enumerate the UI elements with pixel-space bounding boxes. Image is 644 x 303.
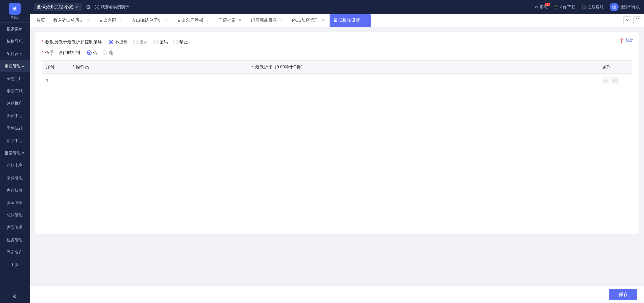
online-service-button[interactable]: 🎧 在线客服 [581, 4, 604, 10]
sidebar-item-salary[interactable]: 工资 [0, 259, 30, 271]
expand-tab-button[interactable]: ⛶ [633, 16, 641, 24]
edit-icon[interactable]: ✏ [602, 77, 609, 84]
tab-store-goods[interactable]: 门店商品目录× [247, 14, 288, 27]
sidebar: 畅 专业版 搜索菜单快捷导航项目合同零售管理▲智慧门店零售商城营销推广会员中心零… [0, 0, 30, 303]
help-icon: ❓ [619, 38, 624, 43]
radio-label: 提示 [139, 39, 148, 45]
project-name: 测试分开完程-小览 [37, 4, 73, 10]
tab-payment-board[interactable]: 支出合同看板× [173, 14, 214, 27]
sidebar-item-label: 会员中心 [7, 113, 23, 118]
sidebar-item-member[interactable]: 会员中心 [0, 110, 30, 122]
sidebar-item-label: 采购管理 [7, 175, 23, 180]
sidebar-item-assets[interactable]: 固定资产 [0, 246, 30, 259]
sidebar-item-help[interactable]: 帮助中心 [0, 135, 30, 147]
manual-control-options: 否 是 [87, 50, 113, 56]
radio-label: 不控制 [115, 39, 128, 45]
page-content: ❓ 帮助 * 收银员低于最低折扣控制策略 不控制 提示 密码 禁止 [30, 27, 644, 286]
tab-min-discount[interactable]: 最低折扣设置× [330, 14, 371, 27]
sidebar-item-purchase[interactable]: 采购管理 [0, 172, 30, 184]
arrow-icon: ▼ [21, 151, 25, 155]
tab-home[interactable]: 首页 [32, 14, 49, 27]
radio-label: 否 [93, 50, 97, 56]
app-logo-icon: 畅 [9, 3, 21, 15]
radio-label: 禁止 [179, 39, 188, 45]
sidebar-item-wholesale[interactable]: 批发管理▼ [0, 147, 30, 159]
tab-label: 门店商品目录 [251, 17, 277, 23]
tab-pos-password[interactable]: POS加密管理× [288, 14, 330, 27]
page-card: ❓ 帮助 * 收银员低于最低折扣控制策略 不控制 提示 密码 禁止 [35, 32, 639, 234]
sidebar-item-inventory[interactable]: 库存核算 [0, 184, 30, 197]
sidebar-item-finance[interactable]: 资金管理 [0, 197, 30, 209]
tab-payment-history[interactable]: 支出确认单历史× [127, 14, 173, 27]
tab-store-file[interactable]: 门店档案× [214, 14, 247, 27]
topbar-demo-link[interactable]: ○ 我要看实例演示 [95, 4, 129, 10]
tab-label: 最低折扣设置 [334, 17, 360, 23]
tab-close-icon[interactable]: × [118, 18, 123, 23]
tab-close-icon[interactable]: × [86, 18, 91, 23]
sidebar-item-search[interactable]: 搜索菜单 [0, 23, 30, 35]
sidebar-item-tax[interactable]: 税务管理 [0, 234, 30, 246]
sidebar-item-label: 固定资产 [7, 250, 23, 255]
sidebar-item-label: 税务管理 [7, 238, 23, 242]
sidebar-item-smart-store[interactable]: 智慧门店 [0, 72, 30, 85]
radio-manual-yes[interactable]: 是 [103, 50, 113, 56]
tab-close-icon[interactable]: × [164, 18, 169, 23]
radio-no-control[interactable]: 不控制 [109, 39, 128, 45]
cell-discount [248, 78, 598, 83]
tab-label: 门店档案 [218, 17, 236, 23]
tab-income-history[interactable]: 收入确认单历史× [49, 14, 95, 27]
radio-forbid[interactable]: 禁止 [173, 39, 188, 45]
radio-label: 密码 [159, 39, 168, 45]
sidebar-item-shortcut[interactable]: 快捷导航 [0, 35, 30, 48]
radio-manual-no[interactable]: 否 [87, 50, 97, 56]
cell-seq: 1 [42, 75, 69, 86]
sidebar-item-label: 帮助中心 [7, 138, 23, 143]
sidebar-item-project[interactable]: 项目合同 [0, 48, 30, 60]
col-discount-header: * 最低折扣（9.00等于9折） [248, 61, 598, 73]
sidebar-item-marketing[interactable]: 营销推广 [0, 97, 30, 110]
sidebar-item-label: 小畅电商 [7, 163, 23, 168]
sidebar-item-label: 快捷导航 [7, 39, 23, 44]
close-tab-button[interactable]: ✕ [623, 16, 631, 24]
tab-close-icon[interactable]: × [238, 18, 243, 23]
tab-label: 支出合同看板 [177, 17, 203, 23]
tab-close-icon[interactable]: × [279, 18, 284, 23]
user-avatar: 徐 [610, 3, 619, 11]
project-selector[interactable]: 测试分开完程-小览 ▼ [34, 3, 82, 11]
help-button[interactable]: ❓ 帮助 [619, 38, 633, 43]
topbar: 测试分开完程-小览 ▼ ⚙ ○ 我要看实例演示 ✉ 消息 8 📱 App下载 🎧… [30, 0, 644, 14]
tab-close-icon[interactable]: × [321, 18, 325, 23]
control-policy-row: * 收银员低于最低折扣控制策略 不控制 提示 密码 禁止 [42, 39, 632, 45]
sidebar-settings-button[interactable]: ⚙ [0, 290, 30, 303]
sidebar-item-retail[interactable]: 零售管理▲ [0, 60, 30, 72]
user-menu[interactable]: 徐 徐泽华修改 [610, 3, 640, 11]
sidebar-item-retail-stat[interactable]: 零售统计 [0, 122, 30, 135]
tab-label: 收入确认单历史 [53, 17, 84, 23]
radio-circle [133, 40, 138, 44]
col-operator-header: * 操作员 [69, 61, 248, 73]
sidebar-item-ledger[interactable]: 总账管理 [0, 209, 30, 221]
radio-password[interactable]: 密码 [153, 39, 168, 45]
tab-close-icon[interactable]: × [362, 18, 367, 23]
topbar-settings-icon[interactable]: ⚙ [86, 4, 91, 10]
help-label: 帮助 [625, 38, 633, 43]
tab-payment-contract[interactable]: 支出合同× [95, 14, 127, 27]
message-icon: ✉ [535, 5, 538, 9]
save-button[interactable]: 保存 [609, 289, 637, 300]
col-seq-header: 序号 [42, 61, 69, 73]
tab-close-icon[interactable]: × [205, 18, 210, 23]
app-download-icon: 📱 [554, 5, 559, 9]
control-policy-options: 不控制 提示 密码 禁止 [109, 39, 188, 45]
sidebar-item-ecommerce[interactable]: 小畅电商 [0, 159, 30, 172]
radio-circle [173, 40, 178, 44]
radio-hint[interactable]: 提示 [133, 39, 148, 45]
app-download-button[interactable]: 📱 App下载 [554, 4, 575, 10]
sidebar-item-retail-mall[interactable]: 零售商城 [0, 85, 30, 97]
sidebar-item-invoice[interactable]: 发票管理 [0, 221, 30, 234]
sidebar-item-label: 项目合同 [7, 51, 23, 56]
message-button[interactable]: ✉ 消息 8 [535, 4, 548, 10]
delete-icon[interactable]: 🗑 [611, 77, 619, 84]
required-marker-2: * [42, 50, 43, 55]
required-marker: * [42, 39, 43, 44]
sidebar-item-label: 资金管理 [7, 200, 23, 205]
